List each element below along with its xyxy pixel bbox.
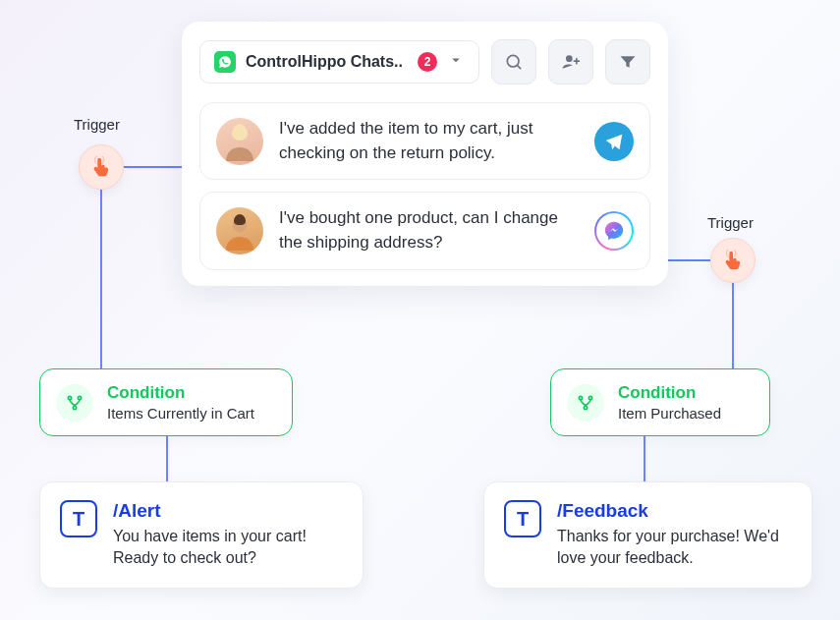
telegram-icon [594,122,634,161]
svg-point-8 [73,406,76,409]
trigger-label-right: Trigger [707,214,754,231]
avatar [216,207,263,254]
source-dropdown[interactable]: ControlHippo Chats.. 2 [199,40,479,84]
add-user-icon [561,52,581,72]
trigger-node-right[interactable] [710,238,756,283]
template-body: You have items in your cart! Ready to ch… [113,526,343,570]
message-text: I've added the item to my cart, just che… [279,117,579,165]
avatar [216,118,263,165]
chevron-down-icon [447,51,465,73]
whatsapp-icon [214,51,236,73]
condition-card-left[interactable]: Condition Items Currently in Cart [39,368,293,436]
template-title: /Feedback [557,500,792,522]
template-tag-icon: T [504,500,541,537]
dropdown-label: ControlHippo Chats.. [246,53,408,71]
message-item[interactable]: I've added the item to my cart, just che… [199,102,650,180]
filter-icon [618,52,638,72]
svg-point-3 [566,55,573,62]
search-button[interactable] [491,39,536,85]
condition-card-right[interactable]: Condition Item Purchased [550,368,770,436]
panel-header: ControlHippo Chats.. 2 [199,39,650,85]
unread-badge: 2 [418,52,437,72]
condition-subtitle: Items Currently in Cart [107,405,254,422]
tap-icon [90,156,112,178]
tap-icon [722,250,744,271]
message-text: I've bought one product, can I change th… [279,206,579,254]
condition-title: Condition [618,383,721,403]
template-title: /Alert [113,500,343,522]
branch-icon [567,384,604,422]
condition-title: Condition [107,383,254,403]
svg-point-11 [584,406,587,409]
svg-point-9 [579,396,582,399]
chat-panel: ControlHippo Chats.. 2 I've adde [182,22,668,286]
branch-icon [56,384,93,422]
svg-point-6 [68,396,71,399]
template-card-right[interactable]: T /Feedback Thanks for your purchase! We… [483,481,812,589]
svg-point-10 [588,396,591,399]
messages-list: I've added the item to my cart, just che… [199,102,650,270]
template-card-left[interactable]: T /Alert You have items in your cart! Re… [39,481,364,589]
template-body: Thanks for your purchase! We'd love your… [557,526,792,570]
messenger-icon [594,211,634,251]
template-tag-icon: T [60,500,97,537]
message-item[interactable]: I've bought one product, can I change th… [199,192,650,269]
svg-point-7 [78,396,81,399]
filter-button[interactable] [605,39,650,85]
trigger-label-left: Trigger [74,116,120,133]
add-user-button[interactable] [548,39,593,85]
trigger-node-left[interactable] [79,144,124,190]
search-icon [504,52,524,72]
condition-subtitle: Item Purchased [618,405,721,422]
